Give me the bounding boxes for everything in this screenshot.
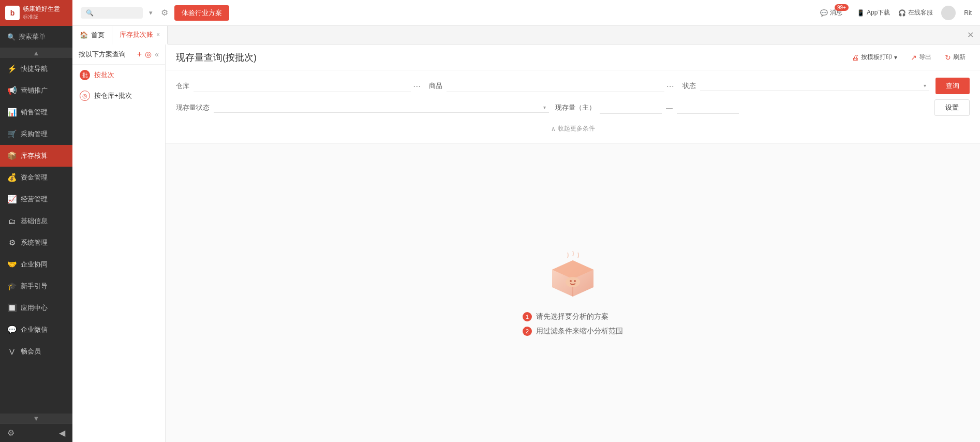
nav-label-apps: 应用中心 <box>21 303 48 313</box>
sidebar-item-enterprise[interactable]: 🤝企业协同 <box>0 254 72 275</box>
sidebar-item-marketing[interactable]: 📢营销推广 <box>0 80 72 101</box>
nav-icon-basics: 🗂 <box>7 216 17 226</box>
nav-label-marketing: 营销推广 <box>21 86 48 95</box>
filter-status: 状态 ▾ <box>682 81 929 91</box>
empty-step-2: 2 用过滤条件来缩小分析范围 <box>523 327 623 336</box>
page-title: 现存量查询(按批次) <box>176 51 257 64</box>
online-service-button[interactable]: 🎧 在线客服 <box>898 8 933 17</box>
topbar: 🔍 ▾ ⚙ 体验行业方案 💬 消息 99+ 📱 App下载 🎧 在线客服 Rit <box>72 0 980 26</box>
app-edition: 标准版 <box>23 13 60 21</box>
nav-label-inventory: 库存核算 <box>21 151 48 160</box>
refresh-label: 刷新 <box>953 53 966 62</box>
svg-point-5 <box>574 280 576 282</box>
svg-point-3 <box>566 277 580 287</box>
set-button[interactable]: 设置 <box>934 99 970 116</box>
scroll-down-button[interactable]: ▼ <box>0 414 72 423</box>
sidebar-item-operations[interactable]: 📈经营管理 <box>0 188 72 210</box>
stock-status-select[interactable]: ▾ <box>214 102 549 113</box>
sidebar-search-area[interactable]: 🔍 搜索菜单 <box>0 26 72 48</box>
scheme-collapse-icon[interactable]: « <box>155 50 159 58</box>
stock-qty-from-input[interactable] <box>600 101 662 114</box>
user-avatar[interactable] <box>941 6 956 20</box>
username-label[interactable]: Rit <box>964 9 972 17</box>
tab-home[interactable]: 🏠 首页 <box>72 26 112 45</box>
sidebar-item-wechat[interactable]: 💬企业微信 <box>0 319 72 341</box>
tab-active-label: 库存批次账 <box>120 30 153 39</box>
topbar-arrow-icon[interactable]: ▾ <box>147 9 155 17</box>
scheme-item-batch[interactable]: 批 按批次 <box>72 65 165 85</box>
step-2-number: 2 <box>523 327 532 336</box>
stock-qty-to-input[interactable] <box>677 101 739 114</box>
nav-label-finance: 资金管理 <box>21 173 48 182</box>
sidebar-item-sales[interactable]: 📊销售管理 <box>0 101 72 123</box>
filter-stock-qty: 现存量（主） — <box>555 101 928 114</box>
sidebar-header: b 畅康通好生意 标准版 <box>0 0 72 26</box>
search-menu-button[interactable]: 🔍 搜索菜单 <box>5 30 67 43</box>
sidebar-item-apps[interactable]: 🔲应用中心 <box>0 297 72 319</box>
warehouse-more-icon[interactable]: ··· <box>411 81 423 92</box>
export-label: 导出 <box>919 53 931 62</box>
print-button[interactable]: 🖨 按模板打印 ▾ <box>848 51 901 64</box>
trial-button[interactable]: 体验行业方案 <box>174 5 229 21</box>
status-select[interactable]: ▾ <box>700 81 929 91</box>
app-download-label: App下载 <box>867 8 890 17</box>
headset-icon: 🎧 <box>898 9 906 17</box>
empty-svg-icon <box>542 250 604 302</box>
scheme-settings-icon[interactable]: ◎ <box>145 50 152 59</box>
nav-icon-inventory: 📦 <box>7 151 17 160</box>
product-more-icon[interactable]: ··· <box>664 81 676 92</box>
content-area: 按以下方案查询 + ◎ « 批 按批次 ◎ 按仓库+批次 现存量查询(按批次) <box>72 45 980 442</box>
filter-row-2: 现存量状态 ▾ 现存量（主） — 设置 <box>176 99 970 116</box>
sidebar-item-finance[interactable]: 💰资金管理 <box>0 167 72 188</box>
collapse-more-button[interactable]: ∧ 收起更多条件 <box>176 121 970 136</box>
nav-label-member: 畅会员 <box>21 347 41 356</box>
message-button[interactable]: 💬 消息 99+ <box>820 8 842 17</box>
refresh-button[interactable]: ↻ 刷新 <box>941 51 970 64</box>
sidebar-item-system[interactable]: ⚙系统管理 <box>0 232 72 254</box>
query-button[interactable]: 查询 <box>936 78 970 94</box>
nav-icon-wechat: 💬 <box>7 325 17 334</box>
scheme-panel-title: 按以下方案查询 <box>79 50 126 59</box>
sidebar-item-basics[interactable]: 🗂基础信息 <box>0 210 72 232</box>
tab-inventory-batch[interactable]: 库存批次账 × <box>112 26 168 45</box>
scheme-item-warehouse-batch[interactable]: ◎ 按仓库+批次 <box>72 85 165 106</box>
topbar-gear-icon[interactable]: ⚙ <box>159 8 170 18</box>
nav-label-system: 系统管理 <box>21 238 48 247</box>
stock-qty-dash: — <box>662 104 677 112</box>
step-1-number: 1 <box>523 312 532 321</box>
add-scheme-button[interactable]: + <box>137 50 142 59</box>
empty-state: 1 请先选择要分析的方案 2 用过滤条件来缩小分析范围 <box>166 144 980 442</box>
svg-point-4 <box>570 280 572 282</box>
tabbar: 🏠 首页 库存批次账 × ✕ <box>72 26 980 45</box>
page-header: 现存量查询(按批次) 🖨 按模板打印 ▾ ↗ 导出 ↻ 刷新 <box>166 45 980 70</box>
export-button[interactable]: ↗ 导出 <box>907 51 936 64</box>
nav-label-basics: 基础信息 <box>21 216 48 226</box>
app-download-button[interactable]: 📱 App下载 <box>857 8 890 17</box>
empty-illustration <box>542 250 604 302</box>
nav-icon-apps: 🔲 <box>7 303 17 313</box>
scheme-panel-actions: + ◎ « <box>137 50 159 59</box>
sidebar-item-quick-nav[interactable]: ⚡快捷导航 <box>0 58 72 80</box>
footer-settings-icon[interactable]: ⚙ <box>7 428 14 438</box>
sidebar-item-inventory[interactable]: 📦库存核算 <box>0 145 72 167</box>
app-title: 畅康通好生意 <box>23 5 60 13</box>
tab-home-label: 首页 <box>91 31 105 40</box>
product-label: 商品 <box>429 81 442 91</box>
stock-status-arrow-icon: ▾ <box>543 105 546 110</box>
nav-label-newbie: 新手引导 <box>21 282 48 291</box>
main-area: 🔍 ▾ ⚙ 体验行业方案 💬 消息 99+ 📱 App下载 🎧 在线客服 Rit <box>72 0 980 442</box>
topbar-search-icon: 🔍 <box>86 9 94 17</box>
page-actions: 🖨 按模板打印 ▾ ↗ 导出 ↻ 刷新 <box>848 51 970 64</box>
warehouse-input[interactable] <box>194 80 411 92</box>
tab-panel-close-button[interactable]: ✕ <box>961 30 980 40</box>
sidebar-item-member[interactable]: V畅会员 <box>0 341 72 362</box>
topbar-search[interactable]: 🔍 <box>81 7 143 19</box>
product-input[interactable] <box>447 80 664 92</box>
sidebar-item-newbie[interactable]: 🎓新手引导 <box>0 275 72 297</box>
footer-collapse-icon[interactable]: ◀ <box>59 428 65 438</box>
tab-close-icon[interactable]: × <box>156 31 160 38</box>
scheme-panel: 按以下方案查询 + ◎ « 批 按批次 ◎ 按仓库+批次 <box>72 45 166 442</box>
sidebar-item-purchase[interactable]: 🛒采购管理 <box>0 123 72 145</box>
scroll-up-button[interactable]: ▲ <box>0 48 72 58</box>
export-icon: ↗ <box>911 53 917 62</box>
